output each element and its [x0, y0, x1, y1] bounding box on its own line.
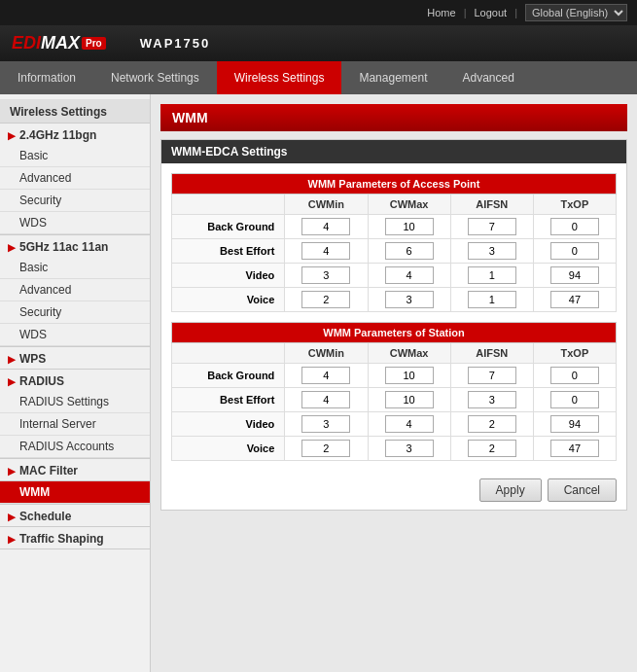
sidebar-group-radius-title[interactable]: ▶ RADIUS: [0, 370, 150, 391]
sta-be-aifsn-input[interactable]: [468, 391, 516, 408]
sidebar-item-traffic-shaping[interactable]: ▶ Traffic Shaping: [0, 527, 150, 548]
content-title: WMM: [160, 104, 627, 131]
ap-bg-cwmin-input[interactable]: [301, 218, 350, 235]
ap-be-cwmax: [368, 239, 450, 264]
sta-col-cwmax: CWMax: [368, 343, 450, 364]
sta-be-cwmax-input[interactable]: [385, 391, 434, 408]
sidebar-item-radius-accounts[interactable]: RADIUS Accounts: [0, 436, 150, 458]
nav-network-settings[interactable]: Network Settings: [93, 61, 217, 94]
sidebar: Wireless Settings ▶ 2.4GHz 11bgn Basic A…: [0, 94, 151, 672]
sidebar-item-wps[interactable]: ▶ WPS: [0, 347, 150, 369]
sta-be-cwmax: [368, 388, 450, 412]
ap-bg-txop-input[interactable]: [550, 218, 599, 235]
sta-vi-aifsn-input[interactable]: [468, 415, 516, 433]
sidebar-item-security-2g[interactable]: Security: [0, 190, 150, 212]
home-link[interactable]: Home: [427, 7, 455, 18]
sta-vo-aifsn-input[interactable]: [468, 440, 516, 457]
sidebar-group-2ghz: ▶ 2.4GHz 11bgn Basic Advanced Security W…: [0, 124, 150, 235]
logout-link[interactable]: Logout: [474, 7, 507, 18]
ap-vo-aifsn-input[interactable]: [468, 291, 516, 308]
sidebar-item-security-5g[interactable]: Security: [0, 301, 150, 324]
apply-button[interactable]: Apply: [479, 478, 542, 502]
ap-bg-aifsn-input[interactable]: [468, 218, 516, 235]
ap-be-txop-input[interactable]: [550, 242, 599, 260]
ap-bg-cwmax: [368, 215, 450, 239]
ap-be-label: Best Effort: [172, 239, 285, 264]
sta-row-besteffort: Best Effort: [172, 388, 617, 412]
sta-vi-cwmin-input[interactable]: [301, 415, 350, 433]
arrow-icon-radius: ▶: [8, 376, 16, 387]
sta-vo-txop: [533, 437, 616, 461]
sta-bg-cwmax-input[interactable]: [385, 367, 434, 384]
ap-bg-label: Back Ground: [172, 215, 285, 239]
sidebar-group-wps: ▶ WPS: [0, 347, 150, 370]
sidebar-group-wmm: WMM: [0, 481, 150, 505]
ap-col-label: [172, 195, 285, 215]
section-header: WMM-EDCA Settings: [161, 140, 626, 163]
sta-vi-txop-input[interactable]: [550, 415, 599, 433]
sta-row-voice: Voice: [172, 437, 617, 461]
sidebar-item-wmm[interactable]: WMM: [0, 481, 150, 504]
ap-vi-txop-input[interactable]: [550, 266, 599, 284]
sta-be-txop-input[interactable]: [550, 391, 599, 408]
header: EDIMAX Pro WAP1750: [0, 25, 637, 61]
station-table-title: WMM Parameters of Station: [172, 323, 617, 343]
ap-row-video: Video: [172, 264, 617, 288]
sidebar-item-wds-2g[interactable]: WDS: [0, 212, 150, 234]
sidebar-group-radius: ▶ RADIUS RADIUS Settings Internal Server…: [0, 370, 150, 459]
ap-row-besteffort: Best Effort: [172, 239, 617, 264]
sidebar-item-basic-5g[interactable]: Basic: [0, 257, 150, 279]
ap-vi-aifsn-input[interactable]: [468, 266, 516, 284]
sidebar-group-traffic-shaping: ▶ Traffic Shaping: [0, 527, 150, 549]
sidebar-group-5ghz-title[interactable]: ▶ 5GHz 11ac 11an: [0, 235, 150, 257]
ap-vo-cwmin-input[interactable]: [301, 291, 350, 308]
sidebar-item-wds-5g[interactable]: WDS: [0, 324, 150, 346]
ap-be-cwmax-input[interactable]: [385, 242, 434, 260]
ap-col-cwmax: CWMax: [368, 195, 450, 215]
sta-vo-cwmax-input[interactable]: [385, 440, 434, 457]
sidebar-item-mac-filter[interactable]: ▶ MAC Filter: [0, 459, 150, 480]
ap-col-txop: TxOP: [533, 195, 616, 215]
ap-table: WMM Parameters of Access Point CWMin CWM…: [171, 173, 617, 312]
ap-vi-cwmax-input[interactable]: [385, 266, 434, 284]
ap-be-aifsn: [450, 239, 533, 264]
ap-vo-txop-input[interactable]: [550, 291, 599, 308]
sidebar-item-basic-2g[interactable]: Basic: [0, 145, 150, 167]
ap-be-cwmin-input[interactable]: [301, 242, 350, 260]
sta-be-cwmin-input[interactable]: [301, 391, 350, 408]
cancel-button[interactable]: Cancel: [548, 478, 617, 502]
language-select[interactable]: Global (English): [525, 4, 627, 21]
ap-be-aifsn-input[interactable]: [468, 242, 516, 260]
sidebar-item-internal-server[interactable]: Internal Server: [0, 413, 150, 436]
ap-bg-cwmax-input[interactable]: [385, 218, 434, 235]
ap-vi-cwmax: [368, 264, 450, 288]
sta-vi-cwmax: [368, 412, 450, 437]
nav-wireless-settings[interactable]: Wireless Settings: [217, 61, 342, 94]
ap-vi-txop: [533, 264, 616, 288]
sta-bg-cwmin-input[interactable]: [301, 367, 350, 384]
ap-table-title: WMM Parameters of Access Point: [172, 174, 617, 195]
ap-vo-cwmax-input[interactable]: [385, 291, 434, 308]
sta-vi-cwmax-input[interactable]: [385, 415, 434, 433]
nav-information[interactable]: Information: [0, 61, 93, 94]
sidebar-item-advanced-5g[interactable]: Advanced: [0, 279, 150, 301]
ap-vi-cwmin-input[interactable]: [301, 266, 350, 284]
station-table: WMM Parameters of Station CWMin CWMax AI…: [171, 322, 617, 461]
nav-management[interactable]: Management: [341, 61, 444, 94]
ap-vo-label: Voice: [172, 288, 285, 312]
ap-be-txop: [533, 239, 616, 264]
nav-advanced[interactable]: Advanced: [444, 61, 531, 94]
sta-vo-txop-input[interactable]: [550, 440, 599, 457]
ap-bg-cwmin: [285, 215, 368, 239]
sidebar-item-advanced-2g[interactable]: Advanced: [0, 167, 150, 190]
sta-bg-aifsn-input[interactable]: [468, 367, 516, 384]
sidebar-item-schedule[interactable]: ▶ Schedule: [0, 505, 150, 526]
content-area: WMM WMM-EDCA Settings WMM Parameters of …: [151, 94, 637, 672]
sta-bg-cwmin: [285, 364, 368, 388]
ap-col-cwmin: CWMin: [285, 195, 368, 215]
arrow-icon-5g: ▶: [8, 242, 16, 253]
sta-vo-cwmin-input[interactable]: [301, 440, 350, 457]
sta-bg-txop-input[interactable]: [550, 367, 599, 384]
sidebar-item-radius-settings[interactable]: RADIUS Settings: [0, 391, 150, 413]
sidebar-group-2ghz-title[interactable]: ▶ 2.4GHz 11bgn: [0, 124, 150, 145]
